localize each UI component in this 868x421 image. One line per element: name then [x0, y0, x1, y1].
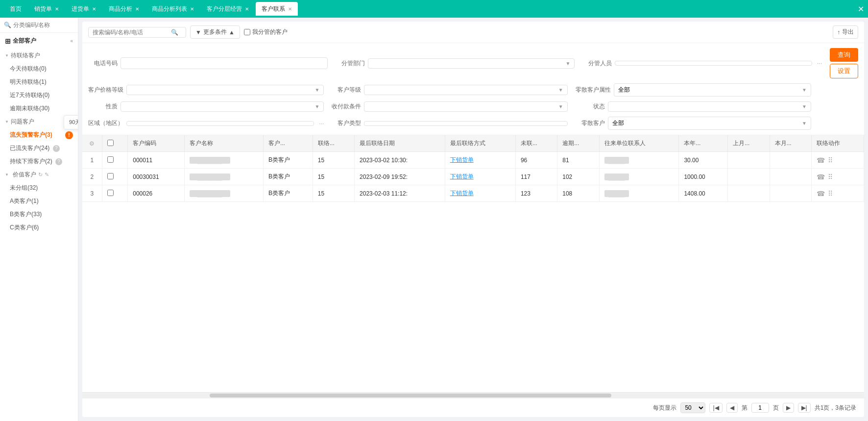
zero-customer-value: 全部: [612, 119, 624, 127]
row-action: ☎ ⠿: [811, 169, 864, 185]
sidebar-item-tomorrow[interactable]: 明天待联络(1): [0, 75, 78, 89]
page-input[interactable]: [751, 403, 769, 413]
tab-analysis[interactable]: 商品分析 ✕: [103, 2, 145, 16]
row-checkbox[interactable]: [107, 173, 114, 179]
person-select[interactable]: [615, 61, 812, 66]
action-more-icon[interactable]: ⠿: [828, 173, 833, 181]
zero-customer-select[interactable]: 全部 ▼: [608, 117, 811, 130]
horizontal-scrollbar[interactable]: [82, 392, 864, 398]
tab-analysis-list[interactable]: 商品分析列表 ✕: [146, 2, 200, 16]
group-pending-contact[interactable]: 待联络客户: [0, 49, 78, 62]
dept-label: 分管部门: [336, 59, 365, 68]
row-contact-count: 15: [313, 185, 354, 202]
action-more-icon[interactable]: ⠿: [828, 156, 833, 164]
status-select[interactable]: ▼: [608, 101, 811, 112]
filter-nature: 性质 ▼: [88, 101, 324, 112]
sidebar-item-declining[interactable]: 持续下滑客户(2) ?: [0, 155, 78, 168]
tab-customer-contact[interactable]: 客户联系 ✕: [256, 2, 298, 16]
nature-label: 性质: [88, 102, 118, 111]
scrollbar-thumb[interactable]: [210, 394, 611, 397]
row-type: B类客户: [263, 152, 313, 169]
edit-icon[interactable]: ✎: [45, 172, 49, 178]
row-last-method[interactable]: 下销货单: [445, 152, 515, 169]
all-customers-label: 全部客户: [13, 37, 70, 45]
sidebar-item-unclassified[interactable]: 未分组(32): [0, 181, 78, 195]
more-conditions-btn[interactable]: ▼ 更多条件 ▲: [190, 25, 240, 39]
action-contact-icon[interactable]: ☎: [817, 156, 825, 164]
tab-home[interactable]: 首页: [4, 2, 27, 16]
sidebar-item-7days[interactable]: 近7天待联络(0): [0, 89, 78, 102]
refresh-icon[interactable]: ↻: [38, 172, 43, 178]
tab-customer-contact-close[interactable]: ✕: [288, 6, 292, 12]
region-select[interactable]: [126, 121, 314, 126]
search-icon[interactable]: 🔍: [171, 29, 178, 36]
first-page-btn[interactable]: |◀: [709, 403, 722, 413]
row-last-method[interactable]: 下销货单: [445, 169, 515, 185]
tab-customer-layer-close[interactable]: ✕: [245, 6, 249, 12]
sidebar-item-overdue-contact[interactable]: 逾期未联络(30): [0, 102, 78, 115]
action-more-icon[interactable]: ⠿: [828, 190, 833, 198]
sidebar-item-today[interactable]: 今天待联络(0): [0, 62, 78, 75]
tab-purchase-close[interactable]: ✕: [92, 6, 96, 12]
dept-select[interactable]: ▼: [368, 58, 575, 69]
main-layout: 🔍 ⊞ 全部客户 « 待联络客户 今天待联络(0) 明天待联络(1) 近7天待联…: [0, 18, 868, 421]
per-page-select[interactable]: 50 100 200: [680, 402, 705, 413]
tab-purchase[interactable]: 进货单 ✕: [66, 2, 102, 16]
phone-input[interactable]: [121, 57, 328, 69]
sidebar-item-class-c[interactable]: C类客户(6): [0, 221, 78, 234]
table-settings-icon[interactable]: ⚙: [89, 140, 95, 147]
person-more[interactable]: ···: [817, 60, 822, 67]
my-customers-checkbox-label[interactable]: 我分管的客户: [244, 28, 288, 36]
prev-page-btn[interactable]: ◀: [726, 403, 738, 413]
tab-sales[interactable]: 销货单 ✕: [28, 2, 65, 16]
group-problem-customer[interactable]: 问题客户 90天未交易的客户，可能有流失风险。: [0, 115, 78, 128]
tab-sales-label: 销货单: [34, 5, 52, 13]
col-name: 客户名称: [184, 135, 263, 152]
export-btn[interactable]: ↑ 导出: [833, 25, 858, 39]
customer-type-select[interactable]: [364, 121, 567, 126]
all-customers-header[interactable]: ⊞ 全部客户 «: [0, 33, 78, 49]
global-close-icon[interactable]: ✕: [858, 4, 864, 14]
region-more[interactable]: ···: [319, 120, 324, 127]
last-page-btn[interactable]: ▶|: [798, 403, 811, 413]
sidebar-item-churned[interactable]: 已流失客户(24) ?: [0, 142, 78, 155]
chevron-icon: ▲: [229, 29, 235, 36]
table-row: 1 000011 ██████ B类客户 15 2023-03-02 10:30…: [82, 152, 864, 169]
group-value-customer[interactable]: 价值客户 ↻ ✎: [0, 168, 78, 181]
row-checkbox[interactable]: [107, 156, 114, 163]
tab-analysis-list-close[interactable]: ✕: [190, 6, 194, 12]
row-type: B类客户: [263, 169, 313, 185]
payment-select[interactable]: ▼: [364, 101, 567, 112]
tab-customer-layer[interactable]: 客户分层经营 ✕: [201, 2, 255, 16]
zero-attr-select[interactable]: 全部 ▼: [614, 83, 811, 97]
sidebar-item-churn-warning[interactable]: 流失预警客户(3) !: [0, 128, 78, 142]
setting-btn[interactable]: 设置: [830, 64, 858, 78]
action-contact-icon[interactable]: ☎: [817, 173, 825, 181]
sidebar-item-class-a[interactable]: A类客户(1): [0, 195, 78, 208]
row-last-date: 2023-02-03 11:12:: [355, 185, 445, 202]
select-all-checkbox[interactable]: [107, 140, 114, 146]
row-checkbox[interactable]: [107, 190, 114, 196]
row-type: B类客户: [263, 185, 313, 202]
next-page-btn[interactable]: ▶: [783, 403, 794, 413]
price-grade-select[interactable]: ▼: [126, 85, 324, 95]
action-contact-icon[interactable]: ☎: [817, 190, 825, 198]
row-overdue: 102: [557, 169, 599, 185]
search-input[interactable]: [93, 29, 171, 36]
sidebar-search-input[interactable]: [13, 22, 78, 28]
tab-analysis-close[interactable]: ✕: [135, 6, 139, 12]
tab-sales-close[interactable]: ✕: [55, 6, 59, 12]
payment-arrow: ▼: [558, 104, 563, 109]
tab-purchase-label: 进货单: [72, 5, 89, 13]
my-customers-checkbox[interactable]: [244, 29, 250, 35]
filter-dept: 分管部门 ▼: [336, 58, 575, 69]
filter-customer-grade: 客户等级 ▼: [332, 85, 567, 95]
sidebar-item-class-b[interactable]: B类客户(33): [0, 208, 78, 221]
customer-table: ⚙ 客户编码 客户名称 客户... 联络... 最后联络日期 最后联络方式 未联…: [82, 135, 864, 202]
customer-grade-select[interactable]: ▼: [364, 85, 567, 95]
row-code: 000026: [128, 185, 184, 202]
query-btn[interactable]: 查询: [830, 48, 858, 62]
filter-person: 分管人员 ···: [582, 59, 822, 68]
row-last-method[interactable]: 下销货单: [445, 185, 515, 202]
nature-select[interactable]: ▼: [121, 101, 324, 112]
